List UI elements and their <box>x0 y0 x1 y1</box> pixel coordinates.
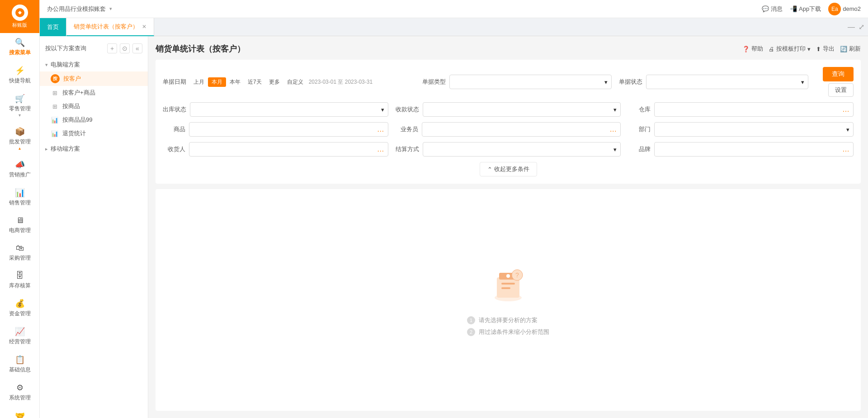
date-btn-more[interactable]: 更多 <box>265 76 283 88</box>
minimize-icon[interactable]: — <box>848 23 855 31</box>
message-btn[interactable]: 💬 消息 <box>762 5 783 13</box>
tab-report[interactable]: 销货单统计表（按客户） ✕ <box>66 18 154 36</box>
print-dropdown-icon: ▾ <box>807 46 811 52</box>
collapse-filter-btn[interactable]: ⌃ 收起更多条件 <box>480 162 537 176</box>
date-range: 2023-03-01 至 2023-03-31 <box>309 78 373 86</box>
user-area[interactable]: Ea demo2 <box>828 3 861 15</box>
purchase-icon: 🛍 <box>16 243 24 253</box>
filter-item-receiver: 收货人 … <box>163 142 388 157</box>
tree-child-by-customer-product[interactable]: ⊞ 按客户+商品 <box>40 86 148 100</box>
filter-area: 单据日期 上月 本月 本年 近7天 更多 自定义 2023-03-01 至 20… <box>156 60 861 184</box>
inventory-icon: 🗄 <box>16 271 24 280</box>
tip-num-1: 1 <box>467 316 475 324</box>
help-btn[interactable]: ❓ 帮助 <box>742 45 763 53</box>
app-download-btn[interactable]: 📲 App下载 <box>790 5 821 13</box>
template-print-btn[interactable]: 🖨 按模板打印 ▾ <box>769 45 811 53</box>
main-area: 办公用品行业模拟账套 ▾ 💬 消息 📲 App下载 Ea demo2 首页 <box>40 0 868 418</box>
top-header-left: 办公用品行业模拟账套 ▾ <box>47 5 112 13</box>
sidebar-item-basic[interactable]: 📋 基础信息 <box>0 350 39 378</box>
order-type-dropdown[interactable]: ▾ <box>449 75 612 89</box>
date-btn-last7[interactable]: 近7天 <box>244 76 265 88</box>
settings-button[interactable]: 设置 <box>828 83 854 97</box>
suite-dropdown-icon[interactable]: ▾ <box>109 6 112 12</box>
refresh-btn[interactable]: 🔄 刷新 <box>840 45 861 53</box>
export-btn[interactable]: ⬆ 导出 <box>816 45 835 53</box>
tree-child-by-product99[interactable]: 📊 按商品品99 <box>40 113 148 127</box>
search-icon: 🔍 <box>15 38 25 48</box>
basic-icon: 📋 <box>15 355 25 365</box>
sidebar-item-operations[interactable]: 📈 经营管理 <box>0 322 39 350</box>
sidebar-item-sales[interactable]: 📊 销售管理 <box>0 183 39 211</box>
tree-section-mobile: ▸ 移动端方案 <box>40 142 148 156</box>
tab-actions: — ⤢ <box>848 23 868 31</box>
sidebar: 标账版 🔍 搜索菜单 ⚡ 快捷导航 🛒 零售管理 ▾ 📦 批发管理 ▴ 📣 营销… <box>0 0 40 418</box>
tab-home[interactable]: 首页 <box>40 18 66 36</box>
order-status-dropdown[interactable]: ▾ <box>646 75 808 89</box>
sidebar-item-retail[interactable]: 🛒 零售管理 ▾ <box>0 89 39 122</box>
tab-bar: 首页 销货单统计表（按客户） ✕ — ⤢ <box>40 18 868 36</box>
chart-icon: 📊 <box>51 116 59 124</box>
panel-title: 按以下方案查询 <box>45 44 86 52</box>
sidebar-item-wholesale[interactable]: 📦 批发管理 ▴ <box>0 122 39 155</box>
product-input[interactable]: … <box>189 122 388 137</box>
sidebar-item-quicknav[interactable]: ⚡ 快捷导航 <box>0 61 39 89</box>
brand-input[interactable]: … <box>654 142 854 157</box>
tip-num-2: 2 <box>467 328 475 336</box>
tree-child-by-product[interactable]: ⊞ 按商品 <box>40 100 148 113</box>
tree-desktop-parent[interactable]: ▾ 电脑端方案 <box>40 58 148 71</box>
sidebar-item-system[interactable]: ⚙ 系统管理 <box>0 378 39 406</box>
tab-close-icon[interactable]: ✕ <box>142 24 146 30</box>
finance-icon: 💰 <box>15 299 25 309</box>
out-status-dropdown[interactable]: ▾ <box>190 102 388 117</box>
collapse-panel-btn[interactable]: « <box>132 43 142 53</box>
date-btn-this-year[interactable]: 本年 <box>226 76 244 88</box>
tree-child-return-stats[interactable]: 📊 退货统计 <box>40 127 148 140</box>
payment-status-label: 收款状态 <box>396 105 419 114</box>
marketing-icon: 📣 <box>15 160 25 170</box>
empty-icon: ? <box>486 264 531 309</box>
maximize-icon[interactable]: ⤢ <box>859 23 864 31</box>
logo-text: 标账版 <box>12 22 27 28</box>
edit-scheme-btn[interactable]: ⊙ <box>120 43 130 53</box>
refresh-icon: 🔄 <box>840 46 847 52</box>
sidebar-item-finance[interactable]: 💰 资金管理 <box>0 294 39 322</box>
date-btn-custom[interactable]: 自定义 <box>283 76 307 88</box>
sidebar-item-inventory[interactable]: 🗄 库存核算 <box>0 266 39 294</box>
warehouse-dots: … <box>842 105 849 114</box>
query-button[interactable]: 查询 <box>823 67 854 81</box>
enterprise-icon: 🤝 <box>15 411 25 418</box>
warehouse-label: 仓库 <box>628 105 651 114</box>
suite-title: 办公用品行业模拟账套 <box>47 5 106 13</box>
date-btn-last-month[interactable]: 上月 <box>190 76 208 88</box>
wholesale-icon: 📦 <box>15 127 25 137</box>
department-dropdown[interactable]: ▾ <box>654 122 854 137</box>
empty-state: ? 1 请先选择要分析的方案 2 用过滤条件来缩小分析范围 <box>156 237 861 363</box>
svg-rect-5 <box>501 283 515 285</box>
tree-mobile-parent[interactable]: ▸ 移动端方案 <box>40 142 148 156</box>
sidebar-item-enterprise[interactable]: 🤝 企业协同 <box>0 406 39 418</box>
salesperson-input[interactable]: … <box>422 122 621 137</box>
grid-icon: ⊞ <box>51 89 59 97</box>
add-scheme-btn[interactable]: + <box>107 43 117 53</box>
department-label: 部门 <box>628 125 651 133</box>
sidebar-item-marketing[interactable]: 📣 营销推广 <box>0 155 39 183</box>
return-icon: 📊 <box>51 129 59 138</box>
empty-state-area: ? 1 请先选择要分析的方案 2 用过滤条件来缩小分析范围 <box>156 189 861 411</box>
date-btn-this-month[interactable]: 本月 <box>208 77 226 87</box>
tree-child-by-customer[interactable]: 按 按客户 <box>40 71 148 86</box>
page-title: 销货单统计表（按客户） <box>156 43 245 54</box>
payment-method-dropdown[interactable]: ▾ <box>423 142 621 157</box>
product-dots: … <box>377 125 384 133</box>
payment-status-dropdown[interactable]: ▾ <box>423 102 621 117</box>
warehouse-input[interactable]: … <box>654 102 854 117</box>
empty-tip-2: 2 用过滤条件来缩小分析范围 <box>467 328 549 336</box>
logo-icon <box>12 5 28 21</box>
sidebar-item-purchase[interactable]: 🛍 采购管理 <box>0 239 39 266</box>
sidebar-item-search[interactable]: 🔍 搜索菜单 <box>0 33 39 61</box>
receiver-input[interactable]: … <box>189 142 388 157</box>
sidebar-item-ecommerce[interactable]: 🖥 电商管理 <box>0 211 39 239</box>
filter-item-product: 商品 … <box>163 122 388 137</box>
filter-item-brand: 品牌 … <box>628 142 854 157</box>
filter-row-4: 收货人 … 结算方式 ▾ 品牌 <box>163 142 854 157</box>
receiver-label: 收货人 <box>163 145 185 153</box>
